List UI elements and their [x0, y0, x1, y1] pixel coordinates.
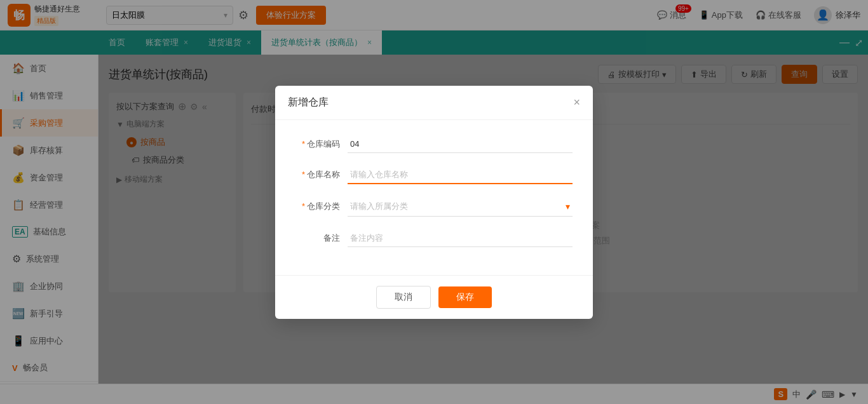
save-button[interactable]: 保存 [438, 286, 492, 308]
form-row-code: 仓库编码 04 [295, 135, 573, 153]
modal-footer: 取消 保存 [275, 275, 593, 319]
modal-body: 仓库编码 04 仓库名称 仓库分类 请输入所属分类 ▾ [275, 120, 593, 275]
note-input[interactable] [348, 229, 573, 247]
code-input[interactable]: 04 [348, 135, 573, 153]
modal-title: 新增仓库 [288, 96, 329, 109]
modal-header: 新增仓库 × [275, 86, 593, 120]
code-label: 仓库编码 [295, 138, 340, 150]
modal-close-button[interactable]: × [573, 96, 580, 109]
main-container: 🏠 首页 📊 销售管理 🛒 采购管理 📦 库存核算 💰 资金管理 📋 经营管理 … [0, 55, 868, 384]
note-label: 备注 [295, 232, 340, 244]
category-label: 仓库分类 [295, 201, 340, 212]
form-row-name: 仓库名称 [295, 166, 573, 184]
category-select[interactable]: 请输入所属分类 ▾ [348, 197, 573, 217]
modal-overlay: 新增仓库 × 仓库编码 04 仓库名称 仓库分类 请输入所属分类 [0, 0, 868, 404]
category-dropdown-icon: ▾ [566, 201, 570, 212]
form-row-note: 备注 [295, 229, 573, 247]
name-label: 仓库名称 [295, 169, 340, 180]
category-placeholder: 请输入所属分类 [350, 201, 408, 212]
new-warehouse-modal: 新增仓库 × 仓库编码 04 仓库名称 仓库分类 请输入所属分类 [275, 86, 593, 319]
cancel-button[interactable]: 取消 [376, 286, 431, 309]
form-row-category: 仓库分类 请输入所属分类 ▾ [295, 197, 573, 217]
name-input[interactable] [348, 166, 573, 184]
